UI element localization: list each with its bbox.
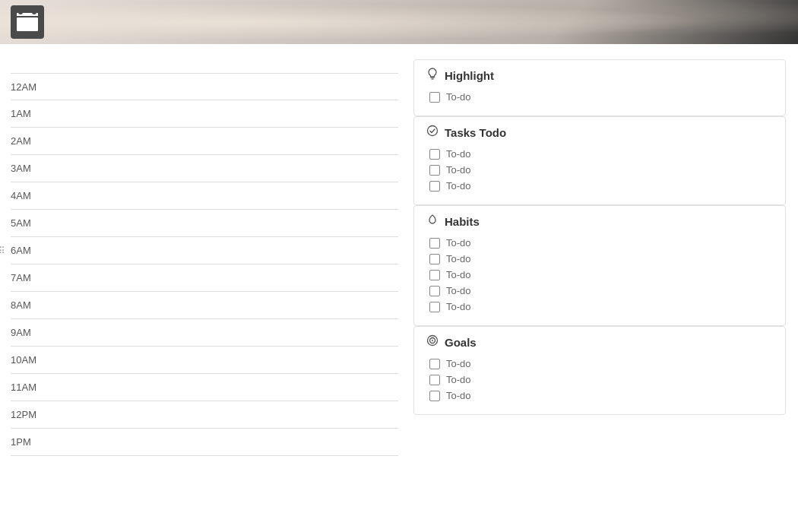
- section-title-highlight: Highlight: [445, 69, 494, 82]
- todo-label: To-do: [446, 164, 471, 176]
- todo-item: To-do: [426, 283, 773, 299]
- time-label: 6AM: [11, 245, 49, 256]
- todo-checkbox[interactable]: [429, 359, 440, 369]
- time-label: 1AM: [11, 108, 49, 119]
- drag-handle-icon: ⠿: [0, 245, 5, 256]
- time-slot[interactable]: ⠿6AM: [11, 237, 398, 264]
- time-slot[interactable]: 10AM: [11, 347, 398, 374]
- time-slot[interactable]: 12AM: [11, 73, 398, 100]
- time-slot[interactable]: 7AM: [11, 264, 398, 292]
- time-slot[interactable]: 1AM: [11, 100, 398, 128]
- time-label: 8AM: [11, 299, 49, 311]
- section-title-goals: Goals: [445, 336, 477, 349]
- time-label: 7AM: [11, 272, 49, 283]
- goals-icon: [426, 334, 439, 350]
- todo-item: To-do: [426, 372, 773, 388]
- highlight-icon: [426, 68, 439, 83]
- todo-label: To-do: [446, 390, 471, 401]
- todo-label: To-do: [446, 358, 471, 369]
- time-label: 1PM: [11, 436, 49, 448]
- section-highlight: HighlightTo-do: [413, 59, 786, 116]
- time-slot[interactable]: 3AM: [11, 155, 398, 182]
- todo-checkbox[interactable]: [429, 254, 440, 264]
- section-habits: HabitsTo-doTo-doTo-doTo-doTo-do: [413, 205, 786, 326]
- time-slot[interactable]: 2AM: [11, 128, 398, 155]
- todo-checkbox[interactable]: [429, 375, 440, 385]
- todo-item: To-do: [426, 178, 773, 194]
- todo-item: To-do: [426, 89, 773, 105]
- time-label: 4AM: [11, 190, 49, 201]
- section-tasks-todo: Tasks TodoTo-doTo-doTo-do: [413, 116, 786, 205]
- section-goals: GoalsTo-doTo-doTo-do: [413, 326, 786, 415]
- time-label: 12PM: [11, 409, 49, 420]
- todo-label: To-do: [446, 269, 471, 280]
- todo-item: To-do: [426, 299, 773, 315]
- todo-item: To-do: [426, 388, 773, 404]
- tasks-todo-icon: [426, 125, 439, 140]
- todo-item: To-do: [426, 356, 773, 372]
- main-content: 12AM1AM2AM3AM4AM5AM⠿6AM7AM8AM9AM10AM11AM…: [0, 44, 798, 471]
- todo-checkbox[interactable]: [429, 149, 440, 160]
- todo-checkbox[interactable]: [429, 181, 440, 192]
- todo-checkbox[interactable]: [429, 286, 440, 296]
- todo-checkbox[interactable]: [429, 92, 440, 103]
- todo-checkbox[interactable]: [429, 302, 440, 312]
- time-label: 9AM: [11, 327, 49, 338]
- todo-checkbox[interactable]: [429, 238, 440, 249]
- todo-item: To-do: [426, 162, 773, 178]
- time-column: 12AM1AM2AM3AM4AM5AM⠿6AM7AM8AM9AM10AM11AM…: [11, 59, 413, 456]
- svg-point-2: [428, 126, 438, 136]
- time-slot[interactable]: 5AM: [11, 210, 398, 237]
- time-slots-container: 12AM1AM2AM3AM4AM5AM⠿6AM7AM8AM9AM10AM11AM…: [11, 73, 398, 456]
- time-slot[interactable]: 1PM: [11, 429, 398, 456]
- time-slot[interactable]: 12PM: [11, 401, 398, 429]
- header-banner: [0, 0, 798, 44]
- section-header-highlight: Highlight: [426, 68, 773, 83]
- todo-label: To-do: [446, 301, 471, 312]
- section-title-tasks-todo: Tasks Todo: [445, 126, 506, 139]
- time-label: 2AM: [11, 135, 49, 147]
- todo-item: To-do: [426, 251, 773, 267]
- todo-label: To-do: [446, 180, 471, 192]
- todo-item: To-do: [426, 235, 773, 251]
- todo-item: To-do: [426, 146, 773, 162]
- time-slot[interactable]: 11AM: [11, 374, 398, 401]
- time-label: 11AM: [11, 382, 49, 393]
- time-label: 12AM: [11, 81, 49, 93]
- time-slot[interactable]: 4AM: [11, 182, 398, 210]
- time-label: 5AM: [11, 217, 49, 229]
- svg-point-5: [432, 340, 433, 341]
- todo-checkbox[interactable]: [429, 391, 440, 401]
- habits-icon: [426, 214, 439, 229]
- todo-label: To-do: [446, 148, 471, 160]
- todo-checkbox[interactable]: [429, 165, 440, 176]
- time-label: 3AM: [11, 163, 49, 174]
- section-header-habits: Habits: [426, 214, 773, 229]
- todo-label: To-do: [446, 237, 471, 249]
- sections-container: HighlightTo-do Tasks TodoTo-doTo-doTo-do…: [413, 59, 786, 415]
- right-column: HighlightTo-do Tasks TodoTo-doTo-doTo-do…: [413, 59, 786, 456]
- todo-label: To-do: [446, 253, 471, 264]
- todo-label: To-do: [446, 91, 471, 103]
- time-slot[interactable]: 8AM: [11, 292, 398, 319]
- todo-label: To-do: [446, 374, 471, 385]
- todo-label: To-do: [446, 285, 471, 296]
- section-title-habits: Habits: [445, 215, 480, 228]
- calendar-icon: [11, 5, 44, 39]
- todo-checkbox[interactable]: [429, 270, 440, 280]
- section-header-tasks-todo: Tasks Todo: [426, 125, 773, 140]
- time-slot[interactable]: 9AM: [11, 319, 398, 347]
- todo-item: To-do: [426, 267, 773, 283]
- section-header-goals: Goals: [426, 334, 773, 350]
- time-label: 10AM: [11, 354, 49, 366]
